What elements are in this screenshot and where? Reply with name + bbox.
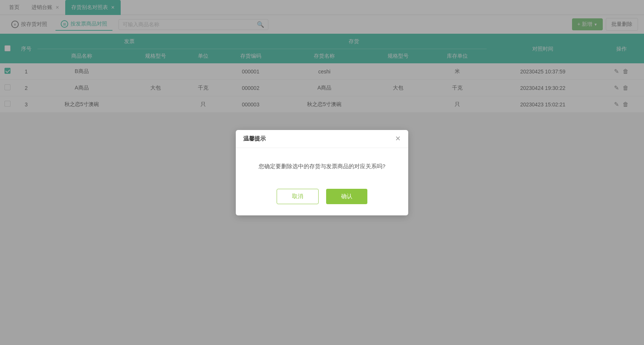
modal-overlay: 温馨提示 ✕ 您确定要删除选中的存货与发票商品的对应关系吗? 取消 确认 [0,0,644,113]
